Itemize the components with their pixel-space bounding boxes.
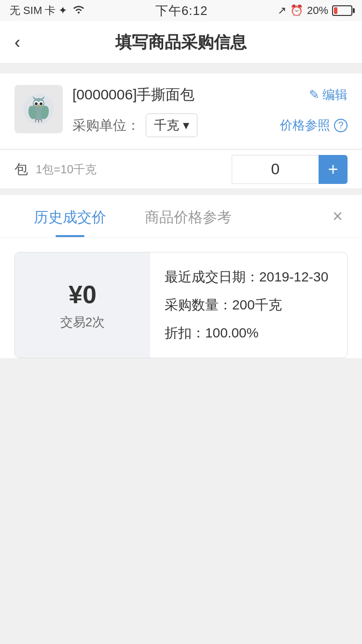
dropdown-arrow-icon: ▾ <box>183 118 189 133</box>
battery-percent: 20% <box>307 4 328 17</box>
quantity-row: 包 1包=10千克 + <box>0 150 362 188</box>
discount-value: 100.00% <box>205 325 259 340</box>
unit-select-dropdown[interactable]: 千克 ▾ <box>146 113 197 137</box>
product-card: [0000006]手撕面包 ✎ 编辑 采购单位： 千克 ▾ 价格参照 ? <box>0 73 362 149</box>
close-button[interactable]: × <box>328 196 348 236</box>
trade-count: 交易2次 <box>60 314 105 331</box>
price-amount: ¥0 <box>69 280 97 309</box>
header: ‹ 填写商品采购信息 <box>0 21 362 64</box>
product-info: [0000006]手撕面包 ✎ 编辑 采购单位： 千克 ▾ 价格参照 ? <box>72 85 348 137</box>
unit-value: 千克 <box>154 117 179 134</box>
tabs-section: 历史成交价 商品价格参考 × ¥0 交易2次 最近成交日期：2019-12-30… <box>0 195 362 358</box>
latest-date-line: 最近成交日期：2019-12-30 <box>165 267 333 287</box>
info-icon: ? <box>334 119 348 132</box>
quantity-input[interactable] <box>232 155 319 184</box>
tab-history-price[interactable]: 历史成交价 <box>14 195 125 237</box>
main-content <box>0 373 362 644</box>
status-right: ↗ ⏰ 20% <box>278 4 352 17</box>
transaction-left: ¥0 交易2次 <box>15 252 150 358</box>
product-name-row: [0000006]手撕面包 ✎ 编辑 <box>72 85 348 105</box>
product-top: [0000006]手撕面包 ✎ 编辑 采购单位： 千克 ▾ 价格参照 ? <box>14 85 348 137</box>
edit-button[interactable]: ✎ 编辑 <box>309 86 348 103</box>
discount-line: 折扣：100.00% <box>165 323 333 343</box>
purchase-unit-label: 采购单位： <box>72 116 140 135</box>
page-title: 填写商品采购信息 <box>115 31 247 54</box>
quantity-controls: + <box>232 155 348 184</box>
svg-point-9 <box>40 102 42 105</box>
price-reference-button[interactable]: 价格参照 ? <box>280 117 348 134</box>
price-ref-label: 价格参照 <box>280 117 330 134</box>
back-button[interactable]: ‹ <box>14 32 30 53</box>
transaction-card: ¥0 交易2次 最近成交日期：2019-12-30 采购数量：200千克 折扣：… <box>14 252 348 358</box>
tabs-header: 历史成交价 商品价格参考 × <box>0 195 362 238</box>
product-logo <box>22 92 56 126</box>
latest-date-value: 2019-12-30 <box>259 269 328 284</box>
purchase-qty-line: 采购数量：200千克 <box>165 295 333 315</box>
status-bar: 无 SIM 卡 ✦ 下午6:12 ↗ ⏰ 20% <box>0 0 362 21</box>
svg-point-0 <box>78 12 80 14</box>
purchase-qty-label: 采购数量： <box>165 297 232 312</box>
product-name: [0000006]手撕面包 <box>72 85 195 105</box>
battery-icon <box>332 5 352 16</box>
wifi-icon <box>72 4 85 17</box>
purchase-unit-row: 采购单位： 千克 ▾ 价格参照 ? <box>72 113 348 137</box>
unit-label: 包 <box>14 160 28 179</box>
discount-label: 折扣： <box>165 325 205 340</box>
price-value: 0 <box>83 280 97 308</box>
edit-icon: ✎ <box>309 87 320 102</box>
product-title: 手撕面包 <box>137 86 195 102</box>
sim-status: 无 SIM 卡 ✦ <box>10 3 67 18</box>
purchase-qty-value: 200千克 <box>232 297 282 312</box>
unit-hint: 1包=10千克 <box>36 162 97 177</box>
edit-label: 编辑 <box>322 86 348 103</box>
transaction-right: 最近成交日期：2019-12-30 采购数量：200千克 折扣：100.00% <box>150 252 347 358</box>
currency-symbol: ¥ <box>69 280 83 308</box>
svg-point-8 <box>35 102 38 105</box>
product-id: [0000006] <box>72 86 137 102</box>
status-left: 无 SIM 卡 ✦ <box>10 3 85 18</box>
product-image <box>14 85 63 133</box>
latest-date-label: 最近成交日期： <box>165 269 259 284</box>
location-icon: ↗ <box>278 4 286 17</box>
alarm-icon: ⏰ <box>290 4 303 17</box>
status-time: 下午6:12 <box>155 2 208 19</box>
tab-price-reference[interactable]: 商品价格参考 <box>125 195 251 237</box>
quantity-plus-button[interactable]: + <box>319 155 348 184</box>
